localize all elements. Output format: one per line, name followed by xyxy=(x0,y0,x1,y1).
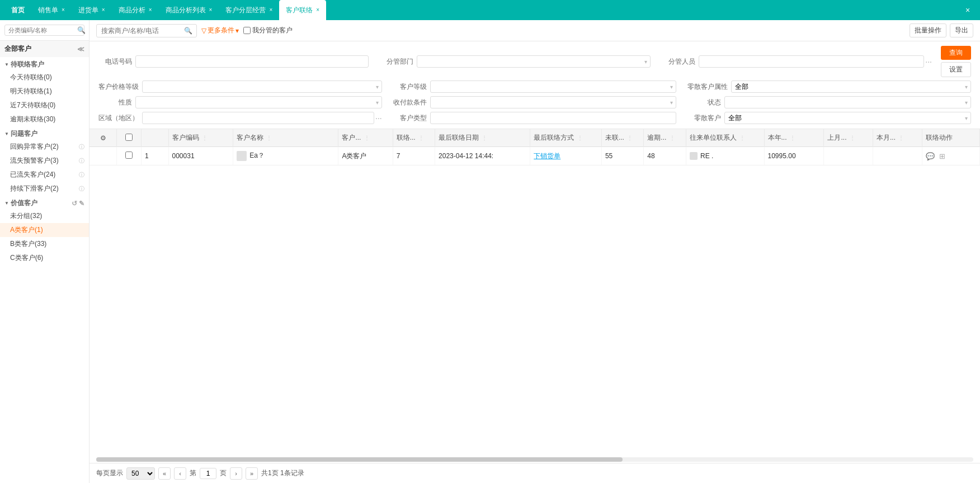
filter-region-dots[interactable]: ··· xyxy=(375,113,382,122)
col-last-month[interactable]: 上月... ⋮ xyxy=(824,129,873,147)
filter-customer-level-input[interactable] xyxy=(430,80,677,93)
prev-page-button[interactable]: ‹ xyxy=(174,467,186,480)
select-all-checkbox[interactable] xyxy=(125,134,133,141)
sidebar-search-icon[interactable]: 🔍 xyxy=(77,26,86,34)
col-overdue[interactable]: 逾期... ⋮ xyxy=(644,129,686,147)
group-pending-contact[interactable]: ▼ 待联络客户 xyxy=(0,57,89,70)
nav-purchase-close[interactable]: × xyxy=(102,0,105,20)
close-all-button[interactable]: × xyxy=(960,2,976,18)
nav-analysis-list-close[interactable]: × xyxy=(209,0,213,20)
nav-analysis-list[interactable]: 商品分析列表 × xyxy=(159,0,219,20)
page-size-select[interactable]: 50 10 20 100 xyxy=(126,467,155,480)
next-page-button[interactable]: › xyxy=(230,467,242,480)
export-button[interactable]: 导出 xyxy=(950,23,973,37)
nav-sales[interactable]: 销售单 × xyxy=(31,0,72,20)
my-customers-checkbox[interactable]: 我分管的客户 xyxy=(243,26,293,35)
col-resize-icon7[interactable]: ⋮ xyxy=(627,135,633,141)
sidebar-item-churned[interactable]: 已流失客户(24) ⓘ xyxy=(0,168,89,182)
filter-retail-customer-input[interactable] xyxy=(724,112,971,124)
chat-icon[interactable]: 💬 xyxy=(926,152,935,160)
filter-nature-input[interactable] xyxy=(135,96,382,108)
filter-manager-input[interactable] xyxy=(699,55,925,68)
my-customers-check[interactable] xyxy=(243,27,251,34)
col-resize-icon12[interactable]: ⋮ xyxy=(898,135,904,141)
filter-region-input[interactable] xyxy=(142,112,374,124)
col-resize-icon10[interactable]: ⋮ xyxy=(790,135,795,141)
nav-analysis-close[interactable]: × xyxy=(149,0,152,20)
col-settings[interactable]: ⚙ xyxy=(89,129,117,147)
sidebar-search-input[interactable] xyxy=(4,25,84,36)
last-contact-link[interactable]: 下销货单 xyxy=(534,152,560,160)
edit-icon[interactable]: ✎ xyxy=(79,200,84,207)
col-customer-name[interactable]: 客户名称 ⋮ xyxy=(233,129,338,147)
horizontal-scrollbar[interactable] xyxy=(96,457,973,462)
row-last-contact-method-cell[interactable]: 下销货单 xyxy=(530,147,602,165)
sidebar-item-repurchase-anomaly[interactable]: 回购异常客户(2) ⓘ xyxy=(0,140,89,154)
sidebar-item-churn-warning[interactable]: 流失预警客户(3) ⓘ xyxy=(0,154,89,168)
sidebar-item-tomorrow-pending[interactable]: 明天待联络(1) xyxy=(0,84,89,98)
sidebar-item-overdue[interactable]: 逾期未联络(30) xyxy=(0,112,89,126)
nav-purchase[interactable]: 进货单 × xyxy=(72,0,112,20)
last-page-button[interactable]: » xyxy=(246,467,258,480)
sidebar-item-declining[interactable]: 持续下滑客户(2) ⓘ xyxy=(0,182,89,196)
col-resize-icon[interactable]: ⋮ xyxy=(202,135,208,141)
more-filters-button[interactable]: ▽ 更多条件 ▾ xyxy=(201,26,239,35)
group-problem-customers[interactable]: ▼ 问题客户 xyxy=(0,126,89,140)
col-this-month[interactable]: 本月... ⋮ xyxy=(873,129,922,147)
col-resize-icon6[interactable]: ⋮ xyxy=(577,135,583,141)
sidebar-item-unclassified[interactable]: 未分组(32) xyxy=(0,209,89,223)
group-value-customers[interactable]: ▼ 价值客户 ↺ ✎ xyxy=(0,196,89,209)
filter-dept-input[interactable] xyxy=(417,55,650,68)
col-customer-code[interactable]: 客户编码 ⋮ xyxy=(168,129,233,147)
filter-search-icon[interactable]: 🔍 xyxy=(184,27,192,35)
sidebar-item-class-c[interactable]: C类客户(6) xyxy=(0,251,89,265)
filter-status-input[interactable] xyxy=(724,96,971,108)
filter-price-input[interactable] xyxy=(142,80,382,93)
col-resize-icon5[interactable]: ⋮ xyxy=(482,135,487,141)
grid-icon[interactable]: ⊞ xyxy=(939,152,945,160)
first-page-button[interactable]: « xyxy=(158,467,171,480)
col-customer-type[interactable]: 客户... ⋮ xyxy=(338,129,393,147)
row-checkbox[interactable] xyxy=(125,151,133,159)
settings-button[interactable]: 设置 xyxy=(941,62,971,77)
col-contact-count[interactable]: 联络... ⋮ xyxy=(393,129,435,147)
filter-search-input[interactable] xyxy=(96,24,197,37)
refresh-icon[interactable]: ↺ xyxy=(72,200,77,207)
current-page-input[interactable] xyxy=(200,468,216,479)
col-resize-icon4[interactable]: ⋮ xyxy=(418,135,424,141)
filter-manager-dots[interactable]: ··· xyxy=(925,57,932,66)
col-last-contact-method[interactable]: 最后联络方式 ⋮ xyxy=(530,129,602,147)
col-last-contact-date[interactable]: 最后联络日期 ⋮ xyxy=(435,129,530,147)
nav-customer-contact-close[interactable]: × xyxy=(316,0,319,20)
col-this-year[interactable]: 本年... ⋮ xyxy=(764,129,824,147)
row-checkbox-cell[interactable] xyxy=(117,147,142,165)
nav-sales-close[interactable]: × xyxy=(62,0,65,20)
batch-op-button[interactable]: 批量操作 xyxy=(910,23,946,37)
sidebar-item-today-pending[interactable]: 今天待联络(0) xyxy=(0,70,89,84)
all-customers-header[interactable]: 全部客户 ≪ xyxy=(0,41,89,57)
filter-customer-type-input[interactable] xyxy=(430,112,677,124)
col-resize-icon3[interactable]: ⋮ xyxy=(364,135,370,141)
filter-phone-input[interactable] xyxy=(135,55,369,68)
col-resize-icon11[interactable]: ⋮ xyxy=(850,135,855,141)
col-contact-person[interactable]: 往来单位联系人 ⋮ xyxy=(686,129,764,147)
query-button[interactable]: 查询 xyxy=(941,46,971,60)
nav-customer-segment-close[interactable]: × xyxy=(269,0,272,20)
col-resize-icon8[interactable]: ⋮ xyxy=(670,135,675,141)
nav-home[interactable]: 首页 xyxy=(4,0,31,20)
sidebar-item-class-b[interactable]: B类客户(33) xyxy=(0,237,89,251)
scrollbar-thumb[interactable] xyxy=(96,457,623,462)
filter-payment-input[interactable] xyxy=(430,96,677,108)
collapse-icon[interactable]: ≪ xyxy=(77,45,84,53)
filter-retail-attr-input[interactable] xyxy=(731,80,971,93)
col-no-contact[interactable]: 未联... ⋮ xyxy=(601,129,643,147)
nav-analysis[interactable]: 商品分析 × xyxy=(112,0,159,20)
sidebar-collapse-icons[interactable]: ≪ xyxy=(77,45,84,53)
col-resize-icon2[interactable]: ⋮ xyxy=(266,135,272,141)
nav-customer-segment[interactable]: 客户分层经营 × xyxy=(219,0,279,20)
nav-customer-contact[interactable]: 客户联络 × xyxy=(279,0,326,20)
sidebar-item-7day-pending[interactable]: 近7天待联络(0) xyxy=(0,98,89,112)
col-resize-icon9[interactable]: ⋮ xyxy=(739,135,745,141)
col-checkbox-header[interactable] xyxy=(117,129,142,147)
sidebar-item-class-a[interactable]: A类客户(1) xyxy=(0,223,89,237)
